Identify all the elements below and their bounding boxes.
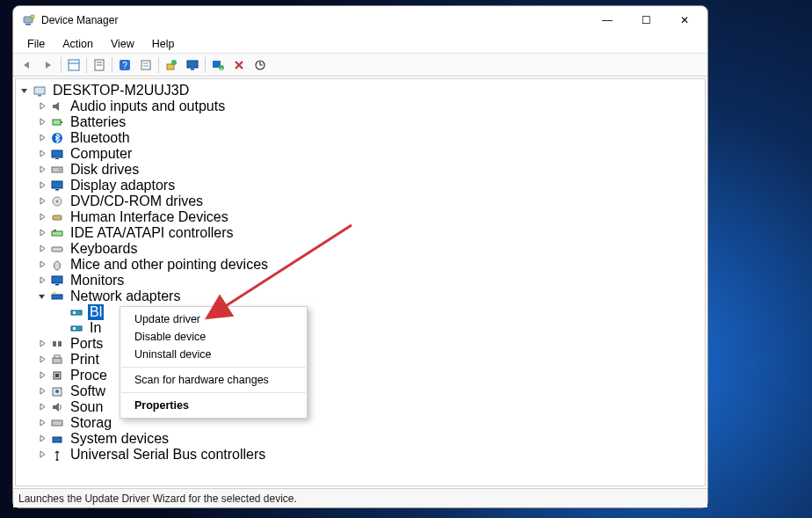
svg-rect-35 [52,231,62,236]
svg-rect-37 [52,247,62,252]
properties-toolbar-button[interactable] [89,55,110,75]
dvd-icon [49,194,65,208]
computer-icon [49,147,65,161]
events-toolbar-button[interactable] [135,55,156,75]
tree-category-bluetooth-icon[interactable]: Bluetooth [18,130,703,146]
app-icon [22,13,36,27]
add-legacy-toolbar-button[interactable]: + [207,55,228,75]
svg-rect-44 [73,311,76,314]
expander-icon[interactable] [37,133,47,143]
svg-rect-45 [71,326,82,331]
bluetooth-icon [49,131,65,145]
expander-icon[interactable] [37,164,47,175]
status-bar: Launches the Update Driver Wizard for th… [13,488,707,507]
expander-icon[interactable] [37,212,47,223]
scan-toolbar-button[interactable] [250,55,271,75]
expander-icon[interactable] [37,180,47,191]
system-icon [49,432,65,446]
menu-action[interactable]: Action [54,36,102,52]
tree-category-ide-icon[interactable]: IDE ATA/ATAPI controllers [18,225,703,241]
printer-icon [49,353,65,367]
svg-rect-13 [167,64,174,69]
svg-point-14 [171,60,177,65]
expander-icon[interactable] [37,354,47,365]
hid-icon [49,210,65,224]
monitor-toolbar-button[interactable] [182,55,203,75]
context-menu: Update driverDisable deviceUninstall dev… [120,306,308,419]
svg-rect-23 [53,120,61,125]
svg-rect-30 [52,181,62,188]
expander-icon[interactable] [37,418,47,428]
update-driver-toolbar-button[interactable] [161,55,182,75]
tree-node-label: Print [69,352,101,368]
tree-node-label: System devices [69,431,170,447]
tree-category-dvd-icon[interactable]: DVD/CD-ROM drives [18,193,703,209]
menu-help[interactable]: Help [143,36,184,52]
context-menu-item[interactable]: Update driver [120,310,307,328]
tree-category-audio-icon[interactable]: Audio inputs and outputs [18,98,703,114]
tree-category-monitor-cat-icon[interactable]: Monitors [18,273,703,288]
close-button[interactable]: ✕ [665,7,704,33]
tree-category-disk-icon[interactable]: Disk drives [18,162,703,178]
expander-icon[interactable] [37,386,47,397]
context-menu-item[interactable]: Disable device [120,328,307,346]
svg-rect-55 [52,420,62,426]
tree-node-label: Batteries [69,114,127,130]
svg-rect-2 [31,15,34,18]
tree-category-battery-icon[interactable]: Batteries [18,114,703,130]
svg-rect-26 [52,150,62,157]
svg-rect-34 [53,215,62,220]
tree-category-display-icon[interactable]: Display adaptors [18,178,703,193]
back-button[interactable] [17,55,38,75]
svg-rect-46 [73,327,76,330]
tree-node-label: In [88,320,103,336]
expander-icon[interactable] [37,244,47,254]
uninstall-toolbar-button[interactable] [228,55,250,75]
minimize-button[interactable]: — [588,7,627,33]
menu-view[interactable]: View [102,36,143,52]
context-menu-item[interactable]: Uninstall device [120,346,307,363]
tree-node-label: Bl [88,304,104,320]
tree-category-usb-icon[interactable]: Universal Serial Bus controllers [18,447,703,463]
expander-icon[interactable] [37,449,47,460]
tree-category-computer-icon[interactable]: Computer [18,146,703,162]
expander-icon[interactable] [37,196,47,207]
show-tree-button[interactable] [63,55,84,75]
usb-icon [49,448,65,462]
tree-category-mouse-icon[interactable]: Mice and other pointing devices [18,257,703,273]
expander-icon[interactable] [37,101,47,112]
expander-icon[interactable] [37,339,47,349]
help-toolbar-button[interactable]: ? [114,55,135,75]
tree-category-hid-icon[interactable]: Human Interface Devices [18,209,703,225]
tree-node-label: DVD/CD-ROM drives [69,193,205,209]
svg-rect-22 [38,95,41,97]
expander-icon[interactable] [37,149,47,159]
network-icon [49,289,65,303]
expander-icon[interactable] [37,228,47,238]
mouse-icon [49,258,65,272]
expander-icon[interactable] [37,275,47,286]
expander-icon[interactable] [37,402,47,412]
maximize-button[interactable]: ☐ [627,7,665,33]
expander-icon[interactable] [19,85,30,96]
tree-category-keyboard-icon[interactable]: Keyboards [18,241,703,257]
tree-node-label: Mice and other pointing devices [69,257,270,273]
tree-root-node[interactable]: DESKTOP-M2UUJ3D [18,83,703,98]
menu-file[interactable]: File [18,36,54,52]
device-tree-pane[interactable]: DESKTOP-M2UUJ3DAudio inputs and outputsB… [15,78,706,486]
expander-icon[interactable] [37,117,47,128]
svg-rect-36 [54,230,56,231]
device-manager-window: Device Manager — ☐ ✕ File Action View He… [12,5,708,508]
tree-category-network-icon[interactable]: Network adapters [18,288,703,304]
svg-rect-16 [191,69,194,70]
expander-icon[interactable] [37,434,47,444]
forward-button[interactable] [38,55,59,75]
svg-text:+: + [220,65,223,70]
expander-icon[interactable] [37,291,47,302]
context-menu-item[interactable]: Scan for hardware changes [120,371,307,389]
expander-icon[interactable] [37,259,47,270]
tree-category-system-icon[interactable]: System devices [18,431,703,447]
titlebar[interactable]: Device Manager — ☐ ✕ [13,6,707,34]
context-menu-item[interactable]: Properties [120,397,307,414]
expander-icon[interactable] [37,370,47,381]
